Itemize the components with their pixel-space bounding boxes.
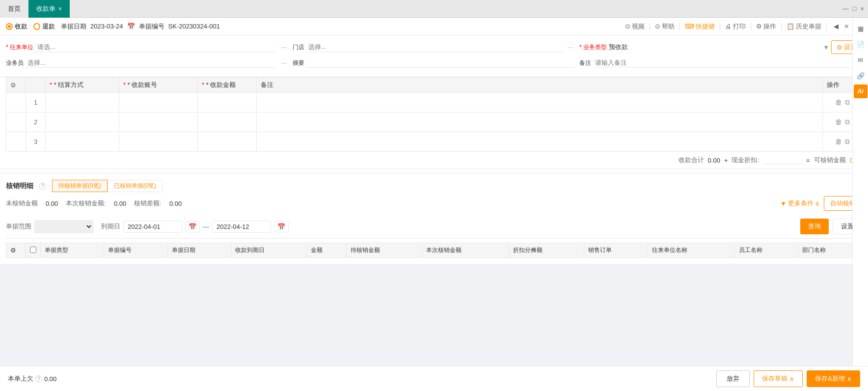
sidebar-icon-5[interactable]: Ai <box>854 84 868 98</box>
help-icon: ⊙ <box>655 23 660 30</box>
tab-pending[interactable]: 待核销单据(0笔) <box>52 180 108 192</box>
equals-sign: = <box>806 157 810 164</box>
row2-spacer <box>6 112 26 132</box>
save-draft-button[interactable]: 保存草稿 ∧ <box>754 370 803 387</box>
sidebar-icon-1[interactable]: ▦ <box>854 22 868 35</box>
business-type-label: * 业务类型 <box>579 43 607 52</box>
operate-btn[interactable]: ⚙ 操作 <box>756 22 776 31</box>
tab-close-icon[interactable]: × <box>58 5 62 12</box>
row1-remarks[interactable] <box>257 93 823 112</box>
shortcut-btn[interactable]: ⌨ 快捷键 <box>685 22 715 31</box>
history-btn[interactable]: 📋 历史单据 <box>787 22 821 31</box>
wt-settings-icon[interactable]: ⚙ <box>10 247 16 254</box>
sidebar-icon-4[interactable]: 🔗 <box>854 69 868 83</box>
doc-date-label: 单据日期 <box>61 22 86 31</box>
col-row-num-header <box>26 78 46 93</box>
row3-copy-icon[interactable]: ⧉ <box>845 138 850 146</box>
close-icon[interactable]: × <box>860 5 864 12</box>
row1-copy-icon[interactable]: ⧉ <box>845 98 850 107</box>
main-content: 收款 退款 单据日期 2023-03-24 📅 单据编号 SK-20230324… <box>0 18 868 264</box>
minimize-icon[interactable]: — <box>842 5 849 12</box>
row2-settlement[interactable] <box>46 112 119 132</box>
row2-num: 2 <box>26 112 46 132</box>
range-filter: 单据范围 <box>6 220 93 233</box>
list-view-icon[interactable]: ≡ <box>842 22 850 31</box>
save-new-button[interactable]: 保存&新增 ∧ <box>807 370 860 387</box>
store-label: 门店 <box>293 43 304 52</box>
prev-icon[interactable]: ◀ <box>832 22 841 31</box>
salesperson-more-btn[interactable]: ··· <box>279 59 289 67</box>
this-writeoff-label: 本次核销金额: <box>66 199 106 208</box>
row3-delete-icon[interactable]: 🗑 <box>835 138 842 146</box>
more-filter-btn[interactable]: ▼ 更多条件 ∧ <box>780 199 820 208</box>
summary-input[interactable] <box>306 58 575 68</box>
abandon-button[interactable]: 放弃 <box>716 370 750 387</box>
row2-account[interactable] <box>119 112 198 132</box>
row3-account[interactable] <box>119 132 198 152</box>
sidebar-icon-2[interactable]: 📄 <box>854 37 868 51</box>
writeoff-info-icon[interactable]: ? <box>39 183 46 190</box>
this-order-label: 本单上欠 <box>8 374 33 383</box>
row1-settlement[interactable] <box>46 93 119 112</box>
col-remarks-header: 备注 <box>257 78 823 93</box>
salesperson-input[interactable] <box>26 58 277 68</box>
save-new-label: 保存&新增 <box>815 374 845 383</box>
wt-col-checkbox[interactable] <box>26 243 41 258</box>
store-input[interactable] <box>306 42 564 52</box>
wt-col-settings[interactable]: ⚙ <box>6 243 26 258</box>
query-button[interactable]: 查询 <box>800 219 829 234</box>
doc-no-value: SK-20230324-001 <box>168 23 220 30</box>
wt-col-amount: 金额 <box>306 243 347 258</box>
tab-done[interactable]: 已核销单据(0笔) <box>108 180 163 192</box>
row1-delete-icon[interactable]: 🗑 <box>835 98 842 107</box>
row2-amount[interactable] <box>198 112 257 132</box>
save-new-dropdown-icon[interactable]: ∧ <box>847 375 852 383</box>
counterparty-more-btn[interactable]: ··· <box>279 43 289 51</box>
row3-remarks[interactable] <box>257 132 823 152</box>
help-label: 帮助 <box>662 22 675 31</box>
wt-col-employee: 员工名称 <box>735 243 798 258</box>
writeoff-actions: ▼ 更多条件 ∧ 自动核销 <box>780 196 862 211</box>
due-date-end-calendar-icon[interactable]: 📅 <box>274 221 289 232</box>
table-row: 1 🗑 ⧉ <box>6 93 862 112</box>
help-btn[interactable]: ⊙ 帮助 <box>655 22 675 31</box>
tab-active[interactable]: 收款单 × <box>28 0 70 18</box>
row2-delete-icon[interactable]: 🗑 <box>835 118 842 126</box>
due-date-end-input[interactable] <box>212 221 271 233</box>
row1-amount[interactable] <box>198 93 257 112</box>
print-btn[interactable]: 🖨 打印 <box>725 22 746 31</box>
sidebar-icon-3[interactable]: ✉ <box>854 53 868 67</box>
divider4 <box>751 23 751 30</box>
counterparty-input[interactable] <box>35 42 277 52</box>
store-more-btn[interactable]: ··· <box>566 43 575 51</box>
range-select[interactable] <box>34 220 93 233</box>
calendar-icon[interactable]: 📅 <box>127 23 135 30</box>
video-btn[interactable]: ⊙ 视频 <box>625 22 645 31</box>
settings-gear-icon[interactable]: ⚙ <box>10 82 16 89</box>
maximize-icon[interactable]: □ <box>853 5 857 12</box>
this-order-value: 0.00 <box>44 375 56 383</box>
toolbar-right: ⊙ 视频 ⊙ 帮助 ⌨ 快捷键 🖨 打印 ⚙ 操作 <box>625 22 862 31</box>
store-field: 门店 ··· <box>293 42 575 52</box>
wt-col-counterparty: 往来单位名称 <box>648 243 734 258</box>
discount-input[interactable] <box>763 156 802 164</box>
business-type-dropdown-icon[interactable]: ▼ <box>823 44 829 51</box>
row2-remarks[interactable] <box>257 112 823 132</box>
remarks-input[interactable] <box>593 58 862 68</box>
save-draft-dropdown-icon[interactable]: ∧ <box>789 375 794 383</box>
row3-amount[interactable] <box>198 132 257 152</box>
row2-copy-icon[interactable]: ⧉ <box>845 118 850 126</box>
due-date-start-input[interactable] <box>123 221 182 233</box>
table-row: 3 🗑 ⧉ <box>6 132 862 152</box>
wt-col-discount: 折扣分摊额 <box>509 243 584 258</box>
tab-home[interactable]: 首页 <box>0 0 28 18</box>
row1-account[interactable] <box>119 93 198 112</box>
this-order-info-icon[interactable]: ? <box>35 375 42 382</box>
row3-settlement[interactable] <box>46 132 119 152</box>
radio-refund[interactable]: 退款 <box>33 22 55 31</box>
col-settings-header[interactable]: ⚙ <box>6 78 26 93</box>
select-all-checkbox[interactable] <box>30 247 36 253</box>
due-date-start-calendar-icon[interactable]: 📅 <box>185 221 200 232</box>
form-row-2: 业务员 ··· 摘要 备注 <box>6 58 862 68</box>
radio-receive[interactable]: 收款 <box>6 22 27 31</box>
